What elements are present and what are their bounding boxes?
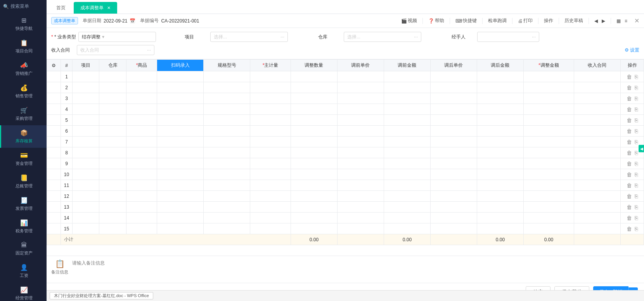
row-income-contract-cell[interactable] [574, 82, 620, 93]
row-project-cell[interactable] [73, 104, 99, 115]
row-unit-cell[interactable] [250, 169, 291, 180]
row-after-unit-price-cell[interactable] [430, 115, 477, 126]
row-spec-cell[interactable] [204, 147, 250, 158]
copy-row-icon[interactable]: ⎘ [634, 150, 639, 156]
copy-row-icon[interactable]: ⎘ [634, 128, 639, 134]
row-warehouse-cell[interactable] [99, 191, 126, 202]
tab-cost-adjust[interactable]: 成本调整单 ✕ [74, 2, 117, 14]
row-adjust-amount-cell[interactable] [523, 180, 574, 191]
copy-row-icon[interactable]: ⎘ [634, 193, 639, 199]
row-project-cell[interactable] [73, 191, 99, 202]
row-scan-cell[interactable] [157, 223, 204, 234]
notes-input[interactable] [72, 259, 639, 271]
row-adjust-qty-cell[interactable] [291, 93, 337, 104]
row-warehouse-cell[interactable] [99, 104, 126, 115]
row-after-amount-cell[interactable] [477, 213, 523, 223]
print-btn[interactable]: 🖨 打印 [518, 17, 533, 24]
row-after-amount-cell[interactable] [477, 147, 523, 158]
nav-prev-icon[interactable]: ◀ [594, 18, 598, 24]
row-product-cell[interactable] [126, 104, 157, 115]
delete-row-icon[interactable]: 🗑 [626, 193, 633, 199]
row-before-unit-price-cell[interactable] [337, 82, 384, 93]
row-adjust-amount-cell[interactable] [523, 191, 574, 202]
sidebar-item-sales-promo[interactable]: 📣 营销推广 [0, 58, 47, 80]
row-warehouse-cell[interactable] [99, 223, 126, 234]
grid-icon[interactable]: ▦ [616, 18, 621, 24]
sidebar-item-ledger-mgmt[interactable]: 📒 总账管理 [0, 170, 47, 193]
row-scan-cell[interactable] [157, 82, 204, 93]
row-project-cell[interactable] [73, 115, 99, 126]
sidebar-item-capital-mgmt[interactable]: 💳 资金管理 [0, 148, 47, 170]
row-warehouse-cell[interactable] [99, 93, 126, 104]
row-warehouse-cell[interactable] [99, 180, 126, 191]
list-icon[interactable]: ≡ [625, 18, 627, 24]
row-adjust-qty-cell[interactable] [291, 169, 337, 180]
row-unit-cell[interactable] [250, 71, 291, 82]
row-unit-cell[interactable] [250, 147, 291, 158]
row-adjust-amount-cell[interactable] [523, 213, 574, 223]
row-after-unit-price-cell[interactable] [430, 147, 477, 158]
row-before-unit-price-cell[interactable] [337, 158, 384, 169]
row-project-cell[interactable] [73, 147, 99, 158]
tab-home[interactable]: 首页 [50, 2, 72, 14]
row-before-amount-cell[interactable] [384, 137, 430, 147]
row-after-amount-cell[interactable] [477, 137, 523, 147]
row-income-contract-cell[interactable] [574, 93, 620, 104]
sidebar-item-purchase-mgmt[interactable]: 🛒 采购管理 [0, 103, 47, 125]
sidebar-item-ops-mgmt[interactable]: 📈 经营管理 [0, 282, 47, 301]
row-project-cell[interactable] [73, 137, 99, 147]
row-adjust-qty-cell[interactable] [291, 202, 337, 213]
project-input[interactable]: 选择... ··· [210, 32, 288, 42]
row-after-unit-price-cell[interactable] [430, 169, 477, 180]
row-warehouse-cell[interactable] [99, 169, 126, 180]
row-unit-cell[interactable] [250, 115, 291, 126]
row-before-amount-cell[interactable] [384, 213, 430, 223]
delete-row-icon[interactable]: 🗑 [626, 171, 633, 178]
row-unit-cell[interactable] [250, 191, 291, 202]
sidebar-item-invoice-mgmt[interactable]: 🧾 发票管理 [0, 193, 47, 215]
row-scan-cell[interactable] [157, 71, 204, 82]
row-unit-cell[interactable] [250, 126, 291, 137]
row-before-amount-cell[interactable] [384, 191, 430, 202]
row-before-unit-price-cell[interactable] [337, 191, 384, 202]
row-project-cell[interactable] [73, 158, 99, 169]
row-unit-cell[interactable] [250, 104, 291, 115]
nav-next-icon[interactable]: ▶ [602, 18, 605, 24]
row-before-unit-price-cell[interactable] [337, 180, 384, 191]
settings-button[interactable]: ⚙ 设置 [625, 47, 639, 54]
row-unit-cell[interactable] [250, 202, 291, 213]
row-spec-cell[interactable] [204, 104, 250, 115]
check-adjust-btn[interactable]: 检单跑调 [488, 17, 507, 24]
row-scan-cell[interactable] [157, 191, 204, 202]
row-project-cell[interactable] [73, 71, 99, 82]
row-after-unit-price-cell[interactable] [430, 191, 477, 202]
row-before-amount-cell[interactable] [384, 82, 430, 93]
row-income-contract-cell[interactable] [574, 213, 620, 223]
row-scan-cell[interactable] [157, 115, 204, 126]
row-before-amount-cell[interactable] [384, 104, 430, 115]
row-warehouse-cell[interactable] [99, 202, 126, 213]
row-unit-cell[interactable] [250, 213, 291, 223]
row-product-cell[interactable] [126, 115, 157, 126]
col-scan[interactable]: 扫码录入 [157, 60, 204, 71]
row-warehouse-cell[interactable] [99, 71, 126, 82]
row-product-cell[interactable] [126, 71, 157, 82]
row-spec-cell[interactable] [204, 158, 250, 169]
row-before-amount-cell[interactable] [384, 147, 430, 158]
warehouse-input[interactable]: 选择... ··· [344, 32, 421, 42]
row-warehouse-cell[interactable] [99, 126, 126, 137]
row-after-amount-cell[interactable] [477, 158, 523, 169]
row-adjust-qty-cell[interactable] [291, 82, 337, 93]
delete-row-icon[interactable]: 🗑 [626, 182, 633, 189]
row-after-amount-cell[interactable] [477, 82, 523, 93]
row-warehouse-cell[interactable] [99, 147, 126, 158]
row-after-unit-price-cell[interactable] [430, 93, 477, 104]
row-product-cell[interactable] [126, 202, 157, 213]
sidebar-item-payroll[interactable]: 👤 工资 [0, 260, 47, 282]
history-btn[interactable]: 历史草稿 [564, 17, 583, 24]
row-income-contract-cell[interactable] [574, 104, 620, 115]
copy-row-icon[interactable]: ⎘ [634, 226, 639, 232]
edge-collapse-btn[interactable]: ◀ [639, 145, 644, 152]
row-adjust-amount-cell[interactable] [523, 137, 574, 147]
row-before-amount-cell[interactable] [384, 126, 430, 137]
